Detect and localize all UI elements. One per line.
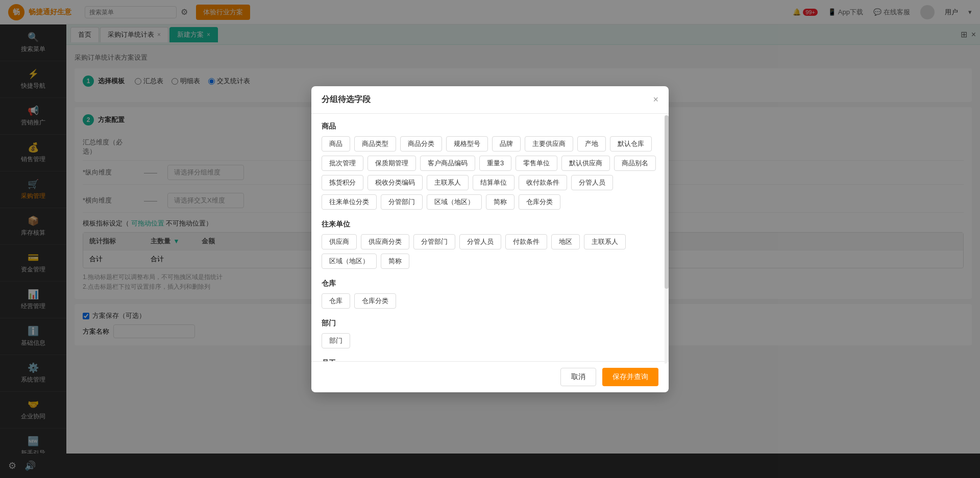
field-tag[interactable]: 地区 [551,234,580,249]
field-group-counterpart: 往来单位 供应商 供应商分类 分管部门 分管人员 付款条件 地区 主联系人 区域… [322,220,658,269]
field-tags-warehouse: 仓库 仓库分类 [322,293,658,309]
field-group-department-title: 部门 [322,319,658,328]
field-tag[interactable]: 拣货积分 [322,175,363,190]
field-tag[interactable]: 仓库 [322,293,350,309]
field-tag[interactable]: 简称 [486,194,514,210]
field-group-warehouse-title: 仓库 [322,279,658,288]
modal-body[interactable]: 商品 商品 商品类型 商品分类 规格型号 品牌 主要供应商 产地 默认仓库 批次… [311,114,669,361]
field-tag[interactable]: 商品分类 [400,136,442,152]
modal-overlay: 分组待选字段 × 商品 商品 商品类型 商品分类 规格型号 品牌 主要供应商 产… [0,0,980,478]
field-group-product: 商品 商品 商品类型 商品分类 规格型号 品牌 主要供应商 产地 默认仓库 批次… [322,122,658,210]
field-tag[interactable]: 零售单位 [516,156,557,171]
field-tag[interactable]: 简称 [381,254,409,269]
field-group-product-title: 商品 [322,122,658,131]
field-tag[interactable]: 重量3 [479,156,511,171]
field-tag[interactable]: 仓库分类 [354,293,396,309]
field-tag[interactable]: 保质期管理 [368,156,416,171]
field-tag[interactable]: 规格型号 [446,136,488,152]
field-group-counterpart-title: 往来单位 [322,220,658,229]
field-tag[interactable]: 分管部门 [381,194,423,210]
field-tags-counterpart: 供应商 供应商分类 分管部门 分管人员 付款条件 地区 主联系人 区域（地区） … [322,234,658,269]
field-tag[interactable]: 主联系人 [427,175,469,190]
modal-close-button[interactable]: × [653,94,658,105]
modal-scrollbar-track [665,115,669,364]
field-tag[interactable]: 客户商品编码 [420,156,475,171]
modal-scrollbar-thumb[interactable] [665,115,669,289]
cancel-button[interactable]: 取消 [560,368,596,386]
field-tag[interactable]: 部门 [322,333,350,348]
field-tag[interactable]: 供应商分类 [361,234,409,249]
field-tag[interactable]: 付款条件 [505,234,547,249]
field-tags-product: 商品 商品类型 商品分类 规格型号 品牌 主要供应商 产地 默认仓库 批次管理 … [322,136,658,210]
field-tag[interactable]: 分管部门 [413,234,455,249]
field-tag[interactable]: 供应商 [322,234,357,249]
field-tag[interactable]: 批次管理 [322,156,363,171]
field-tag[interactable]: 分管人员 [459,234,501,249]
field-tag[interactable]: 区域（地区） [427,194,482,210]
field-tags-department: 部门 [322,333,658,348]
field-tag[interactable]: 分管人员 [571,175,613,190]
field-tag[interactable]: 产地 [577,136,606,152]
modal: 分组待选字段 × 商品 商品 商品类型 商品分类 规格型号 品牌 主要供应商 产… [311,86,669,392]
save-query-button[interactable]: 保存并查询 [602,368,658,386]
field-tag[interactable]: 收付款条件 [519,175,567,190]
field-tag[interactable]: 默认供应商 [561,156,610,171]
field-tag[interactable]: 仓库分类 [519,194,560,210]
field-tag[interactable]: 商品别名 [614,156,656,171]
field-tag[interactable]: 结算单位 [473,175,514,190]
field-tag[interactable]: 品牌 [492,136,521,152]
field-tag[interactable]: 默认仓库 [610,136,652,152]
field-tag[interactable]: 税收分类编码 [368,175,423,190]
field-tag[interactable]: 主要供应商 [525,136,573,152]
modal-title: 分组待选字段 [322,94,371,105]
field-tag[interactable]: 商品类型 [354,136,396,152]
modal-footer: 取消 保存并查询 [311,361,669,392]
field-group-department: 部门 部门 [322,319,658,348]
field-group-warehouse: 仓库 仓库 仓库分类 [322,279,658,309]
modal-header: 分组待选字段 × [311,86,669,114]
field-tag[interactable]: 往来单位分类 [322,194,377,210]
field-tag[interactable]: 商品 [322,136,350,152]
field-tag[interactable]: 区域（地区） [322,254,377,269]
field-tag[interactable]: 主联系人 [584,234,626,249]
